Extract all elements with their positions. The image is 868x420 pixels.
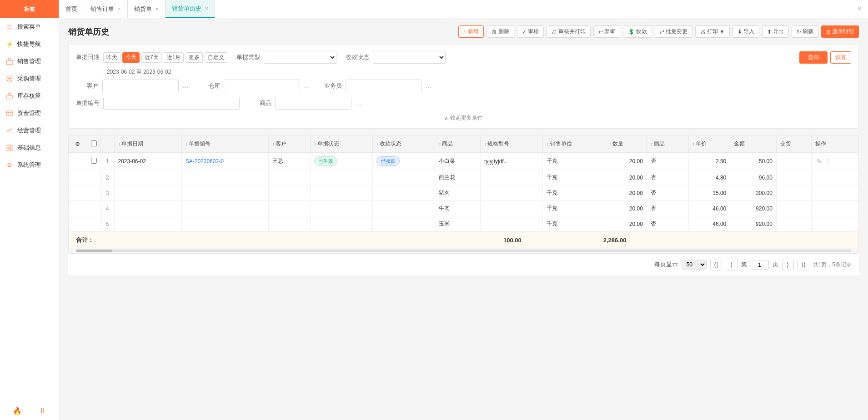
td-row-num: 5 bbox=[100, 216, 114, 232]
salesperson-input[interactable] bbox=[346, 80, 422, 92]
page-first-btn[interactable]: ⟨⟨ bbox=[710, 259, 722, 270]
doc-no-input[interactable] bbox=[103, 97, 240, 110]
th-settings[interactable]: ⚙ bbox=[69, 135, 87, 153]
th-gift[interactable]: ↕赠品 bbox=[647, 135, 688, 153]
refresh-icon: ↻ bbox=[797, 29, 801, 35]
doc-type-select[interactable] bbox=[264, 51, 336, 64]
td-checkbox[interactable] bbox=[87, 201, 100, 216]
th-spec[interactable]: ↕规格型号 bbox=[480, 135, 542, 153]
date-filter-buttons: 昨天 今天 近7天 近1月 更多 自定义 bbox=[103, 52, 227, 63]
sidebar-item-quick-nav[interactable]: ⚡ 快捷导航 bbox=[0, 35, 59, 53]
page-number-input[interactable] bbox=[751, 260, 769, 270]
filter-panel: 单据日期 昨天 今天 近7天 近1月 更多 自定义 单据类型 bbox=[68, 44, 859, 129]
td-checkbox[interactable] bbox=[87, 185, 100, 201]
th-checkbox[interactable] bbox=[87, 135, 100, 153]
sidebar-item-basic-info[interactable]: 基础信息 bbox=[0, 139, 59, 156]
customer-input[interactable] bbox=[102, 80, 179, 92]
th-doc-status[interactable]: ↕单据状态 bbox=[310, 135, 372, 153]
td-row-num: 3 bbox=[100, 185, 114, 201]
sidebar-item-purchase-mgmt[interactable]: 采购管理 bbox=[0, 70, 59, 87]
tab-sales-delivery-close[interactable]: × bbox=[156, 6, 159, 12]
tab-sales-history[interactable]: 销货单历史 × bbox=[166, 0, 215, 18]
sidebar-item-search-menu[interactable]: ☰ 搜索菜单 bbox=[0, 18, 59, 35]
import-button[interactable]: ⬇ 导入 bbox=[733, 25, 759, 38]
row-checkbox[interactable] bbox=[91, 158, 97, 164]
td-checkbox[interactable] bbox=[87, 170, 100, 185]
goods-dots[interactable]: ... bbox=[355, 99, 361, 107]
sidebar-item-finance[interactable]: 资金管理 bbox=[0, 105, 59, 122]
payment-status-select[interactable] bbox=[373, 51, 446, 64]
goods-filter-item: 商品 ... bbox=[249, 97, 361, 110]
tab-sales-delivery[interactable]: 销货单 × bbox=[128, 0, 166, 18]
td-checkbox[interactable] bbox=[87, 216, 100, 232]
page-last-btn[interactable]: ⟩⟩ bbox=[798, 259, 809, 270]
table-footer: 合计： 100.00 2,286.00 bbox=[69, 232, 858, 248]
fire-icon[interactable]: 🔥 bbox=[13, 407, 22, 415]
page-next-btn[interactable]: ⟩ bbox=[782, 259, 794, 270]
warehouse-input[interactable] bbox=[224, 80, 300, 92]
th-qty[interactable]: ↕数量 bbox=[605, 135, 647, 153]
abandon-button[interactable]: ↩ 弃审 bbox=[593, 25, 620, 38]
th-unit[interactable]: ↕销售单位 bbox=[543, 135, 605, 153]
new-button[interactable]: + 新增 bbox=[458, 25, 484, 38]
sidebar-item-system-mgmt[interactable]: ⚙ 系统管理 bbox=[0, 156, 59, 174]
salesperson-dots[interactable]: ... bbox=[426, 82, 431, 90]
date-btn-7days[interactable]: 近7天 bbox=[141, 52, 162, 63]
sidebar-item-label: 采购管理 bbox=[17, 75, 41, 83]
query-button[interactable]: 查询 bbox=[799, 51, 828, 64]
select-all-checkbox[interactable] bbox=[91, 140, 97, 146]
date-btn-more[interactable]: 更多 bbox=[186, 52, 203, 63]
td-payment-status bbox=[372, 201, 435, 216]
export-button[interactable]: ⬆ 导出 bbox=[762, 25, 789, 38]
th-customer[interactable]: ↕客户 bbox=[268, 135, 310, 153]
batch-change-button[interactable]: ⇄ 批量变更 bbox=[655, 25, 692, 38]
page-prev-btn[interactable]: ⟨ bbox=[726, 259, 738, 270]
print-dropdown-icon: ▼ bbox=[719, 29, 725, 35]
settings-button[interactable]: 设置 bbox=[830, 51, 851, 64]
tab-sales-history-close[interactable]: × bbox=[205, 5, 208, 12]
th-date[interactable]: ↕单据日期 bbox=[114, 135, 181, 153]
show-detail-button[interactable]: ⊞ 显示明细 bbox=[821, 25, 859, 38]
td-gift: 否 bbox=[647, 170, 688, 185]
horizontal-scrollbar[interactable] bbox=[69, 248, 858, 253]
table-row: 2 西兰花 千克 20.00 否 4.80 96.00 bbox=[69, 170, 858, 185]
td-unit: 千克 bbox=[543, 201, 605, 216]
audit-print-button[interactable]: 🖨 审核并打印 bbox=[547, 25, 591, 38]
delete-button[interactable]: 🗑 删除 bbox=[487, 25, 514, 38]
audit-button[interactable]: ✓ 审核 bbox=[517, 25, 544, 38]
sidebar-item-operations[interactable]: 经营管理 bbox=[0, 122, 59, 139]
sidebar-item-inventory[interactable]: 库存核算 bbox=[0, 87, 59, 105]
th-action: 操作 bbox=[812, 135, 858, 153]
td-checkbox[interactable] bbox=[87, 153, 100, 170]
th-doc-no[interactable]: ↕单据编号 bbox=[181, 135, 268, 153]
refresh-button[interactable]: ↻ 刷新 bbox=[792, 25, 818, 38]
td-action bbox=[812, 185, 858, 201]
th-payment-status[interactable]: ↕收款状态 bbox=[372, 135, 435, 153]
th-price[interactable]: ↕单价 bbox=[688, 135, 730, 153]
print-button[interactable]: 🖨 打印 ▼ bbox=[695, 25, 730, 38]
sidebar-item-sales-mgmt[interactable]: 销售管理 bbox=[0, 53, 59, 70]
action-edit[interactable]: ✎ bbox=[815, 158, 823, 165]
goods-input[interactable] bbox=[275, 97, 351, 110]
date-btn-today[interactable]: 今天 bbox=[122, 52, 140, 63]
doc-no-link[interactable]: SA-20230602-0 bbox=[186, 158, 224, 165]
td-goods: 玉米 bbox=[435, 216, 480, 232]
action-more[interactable]: ⋮ bbox=[823, 158, 833, 165]
customer-dots[interactable]: ... bbox=[182, 82, 188, 90]
page-size-select[interactable]: 50 100 200 bbox=[682, 260, 707, 270]
td-action: ✎⋮ bbox=[812, 153, 858, 170]
pause-icon[interactable]: ⏸ bbox=[39, 407, 46, 415]
tab-sales-order[interactable]: 销售订单 × bbox=[84, 0, 128, 18]
tab-home[interactable]: 首页 bbox=[59, 0, 84, 18]
th-goods[interactable]: ↕商品 bbox=[435, 135, 480, 153]
warehouse-dots[interactable]: ... bbox=[304, 82, 310, 90]
export-icon: ⬆ bbox=[767, 29, 772, 35]
collect-button[interactable]: 💲 收款 bbox=[623, 25, 652, 38]
filter-collapse-btn[interactable]: ∧ 收起更多条件 bbox=[76, 114, 851, 122]
tab-sales-order-close[interactable]: × bbox=[118, 6, 121, 12]
customer-filter-item: 客户 ... bbox=[76, 80, 188, 92]
date-btn-custom[interactable]: 自定义 bbox=[205, 52, 227, 63]
date-btn-yesterday[interactable]: 昨天 bbox=[103, 52, 120, 63]
tab-bar-close-all[interactable]: × bbox=[851, 5, 868, 13]
date-btn-1month[interactable]: 近1月 bbox=[164, 52, 184, 63]
